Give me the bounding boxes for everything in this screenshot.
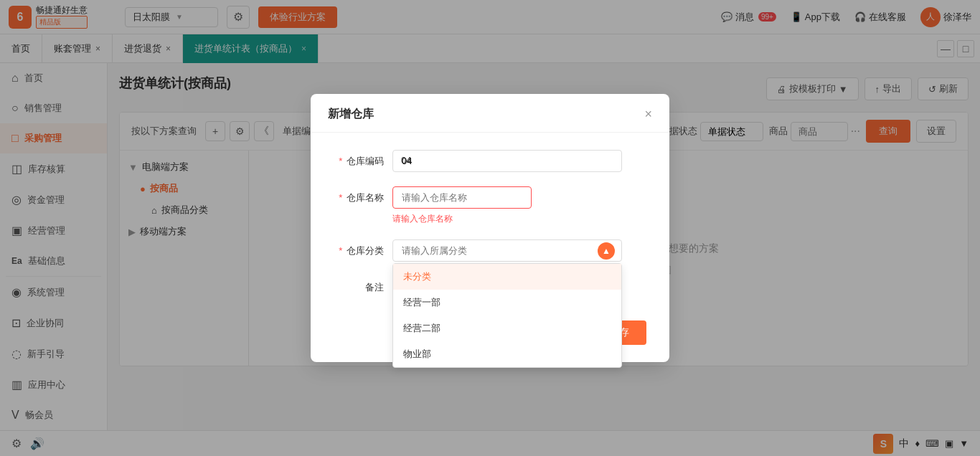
name-error-msg: 请输入仓库名称 — [392, 214, 453, 224]
dropdown-item-ops1[interactable]: 经营一部 — [393, 290, 621, 315]
code-input[interactable] — [392, 150, 622, 172]
remark-label: 备注 — [334, 276, 384, 294]
modal-body: * 仓库编码 04 * 仓库名称 请输入仓库名称 — [311, 133, 669, 320]
name-input[interactable] — [392, 186, 532, 209]
category-dropdown: 未分类 经营一部 经营二部 物业部 — [392, 263, 622, 368]
modal-title: 新增仓库 — [328, 107, 374, 122]
category-input-wrapper: ▲ 未分类 经营一部 经营二部 物业部 — [392, 239, 622, 262]
category-label: * 仓库分类 — [334, 239, 384, 257]
new-warehouse-modal: 新增仓库 × * 仓库编码 04 * 仓库名称 — [311, 94, 669, 362]
required-star2: * — [339, 192, 342, 203]
required-star3: * — [339, 245, 342, 256]
dropdown-item-property[interactable]: 物业部 — [393, 341, 621, 367]
name-field-wrapper — [392, 186, 532, 209]
dropdown-item-unclassified[interactable]: 未分类 — [393, 264, 621, 290]
modal-close-button[interactable]: × — [644, 107, 652, 122]
modal-header: 新增仓库 × — [311, 94, 669, 133]
form-row-name: * 仓库名称 请输入仓库名称 — [334, 186, 646, 225]
category-toggle-button[interactable]: ▲ — [598, 242, 615, 260]
dropdown-item-ops2[interactable]: 经营二部 — [393, 315, 621, 341]
form-row-category: * 仓库分类 ▲ 未分类 经营一部 经营二部 物业部 — [334, 239, 646, 262]
code-label: * 仓库编码 — [334, 150, 384, 168]
modal-overlay[interactable]: 新增仓库 × * 仓库编码 04 * 仓库名称 — [0, 0, 980, 456]
name-label: * 仓库名称 — [334, 186, 384, 204]
category-input[interactable] — [392, 239, 622, 262]
required-star: * — [339, 156, 342, 166]
form-row-code: * 仓库编码 04 — [334, 150, 646, 172]
